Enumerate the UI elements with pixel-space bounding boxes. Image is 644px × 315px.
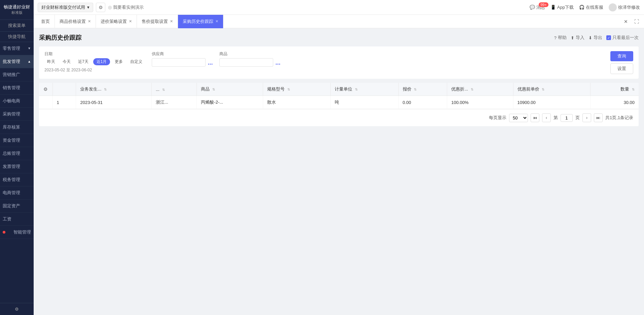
sort-icon[interactable]: ⇅ — [162, 88, 165, 92]
sidebar-item-marketing[interactable]: 营销推广 — [0, 68, 34, 81]
sidebar-item-inventory[interactable]: 库存核算 — [0, 121, 34, 134]
date-btn-1month[interactable]: 近1月 — [93, 58, 110, 65]
sort-icon[interactable]: ⇅ — [212, 88, 215, 91]
data-table-wrap: ⚙ 业务发生... ⇅ ... ⇅ 商品 ⇅ — [39, 83, 639, 126]
sort-icon[interactable]: ⇅ — [287, 88, 290, 91]
tab-home[interactable]: 首页 — [36, 15, 55, 28]
page-label-prefix: 第 — [553, 115, 558, 121]
chevron-down-icon: ▾ — [87, 5, 90, 10]
sidebar-item-quicknav[interactable]: 快捷导航 — [0, 32, 34, 42]
product-selector[interactable]: 好业财标准版交付试用 ▾ — [38, 3, 93, 12]
tab-product-price[interactable]: 商品价格设置 ✕ — [55, 15, 96, 28]
sidebar-settings-btn[interactable]: ⚙ — [0, 303, 34, 315]
only-last-checkbox[interactable]: ✓ 只看最后一次 — [606, 35, 639, 41]
product-settings-btn[interactable]: ⚙ — [96, 3, 105, 12]
th-discount: 优惠折... ⇅ — [447, 83, 513, 96]
messages-btn[interactable]: 💬 消息 99+ — [530, 4, 545, 10]
first-page-btn[interactable]: ⏮ — [531, 113, 539, 122]
sidebar-item-tax[interactable]: 税务管理 — [0, 173, 34, 186]
import-btn[interactable]: ⬆ 导入 — [571, 35, 584, 41]
page-number-input[interactable] — [561, 114, 573, 122]
sidebar-item-invoice[interactable]: 发票管理 — [0, 160, 34, 173]
sidebar-item-retail[interactable]: 零售管理 ▼ — [0, 42, 34, 55]
product-more-btn[interactable]: ... — [275, 60, 280, 66]
sort-icon[interactable]: ⇅ — [414, 88, 417, 91]
th-unit: 计量单位 ⇅ — [331, 83, 398, 96]
date-btn-7days[interactable]: 近7天 — [75, 58, 91, 65]
sidebar-item-ecommerce[interactable]: 电商管理 — [0, 186, 34, 200]
sidebar-item-payroll[interactable]: 工资 — [0, 213, 34, 226]
tabs-controls: ✕ ⛶ — [621, 17, 644, 26]
close-icon[interactable]: ✕ — [170, 19, 173, 24]
sidebar-item-ledger[interactable]: 总账管理 — [0, 147, 34, 160]
th-extra: ... ⇅ — [152, 83, 197, 96]
product-input[interactable] — [219, 58, 273, 67]
tab-purchase-history-price[interactable]: 采购历史价跟踪 ✕ — [178, 15, 223, 28]
sort-icon[interactable]: ⇅ — [104, 88, 107, 91]
table-row: 1 2023-05-31 浙江... 丙烯酸-2-... 散水 吨 0.00 1… — [39, 96, 639, 109]
sidebar-item-purchase[interactable]: 采购管理 — [0, 108, 34, 121]
date-btn-custom[interactable]: 自定义 — [128, 58, 145, 65]
page-header: 采购历史价跟踪 ? 帮助 ⬆ 导入 ⬇ 导出 ✓ 只看最后一次 — [39, 34, 639, 42]
page-label-suffix: 页 — [575, 115, 580, 121]
th-price: 报价 ⇅ — [398, 83, 447, 96]
sort-icon[interactable]: ⇅ — [471, 88, 473, 91]
date-btn-yesterday[interactable]: 昨天 — [44, 58, 58, 65]
close-icon[interactable]: ✕ — [88, 19, 91, 24]
demo-link[interactable]: ◎ 我要看实例演示 — [108, 4, 144, 10]
import-icon: ⬆ — [571, 35, 574, 40]
question-icon: ? — [554, 35, 557, 40]
sidebar-item-ecommerce-small[interactable]: 小畅电商 — [0, 95, 34, 108]
user-profile-btn[interactable]: 徐泽华修改 — [609, 3, 640, 11]
data-table: ⚙ 业务发生... ⇅ ... ⇅ 商品 ⇅ — [39, 83, 639, 109]
play-icon: ◎ — [108, 5, 112, 10]
main-area: 好业财标准版交付试用 ▾ ⚙ ◎ 我要看实例演示 💬 消息 99+ 📱 App下… — [34, 0, 644, 315]
maximize-tab-btn[interactable]: ⛶ — [632, 17, 641, 26]
supplier-filter-label: 供应商 — [152, 51, 213, 57]
product-filter-group: 商品 ... — [219, 51, 280, 67]
supplier-more-btn[interactable]: ... — [208, 60, 213, 66]
settings-btn[interactable]: 设置 — [610, 63, 633, 74]
prev-page-btn[interactable]: ‹ — [542, 113, 551, 122]
table-header-row: ⚙ 业务发生... ⇅ ... ⇅ 商品 ⇅ — [39, 83, 639, 96]
product-filter-label: 商品 — [219, 51, 280, 57]
next-page-btn[interactable]: › — [582, 113, 591, 122]
column-settings-icon[interactable]: ⚙ — [43, 86, 48, 92]
sidebar-item-search[interactable]: 搜索菜单 — [0, 20, 34, 32]
online-service-btn[interactable]: 🎧 在线客服 — [579, 4, 603, 10]
messages-badge: 99+ — [539, 2, 548, 7]
date-btn-more[interactable]: 更多 — [112, 58, 126, 65]
tab-price-extract[interactable]: 售价提取设置 ✕ — [137, 15, 178, 28]
date-btn-today[interactable]: 今天 — [60, 58, 73, 65]
query-btn[interactable]: 查询 — [610, 51, 633, 61]
td-discount: 100.00% — [447, 96, 513, 109]
sidebar-item-smart[interactable]: 智能管理 — [0, 226, 34, 239]
td-quantity: 30.00 — [590, 96, 639, 109]
page-size-select[interactable]: 50 10 20 100 — [509, 114, 528, 122]
sort-icon[interactable]: ⇅ — [355, 88, 358, 91]
sidebar-item-sales[interactable]: 销售管理 — [0, 81, 34, 95]
help-btn[interactable]: ? 帮助 — [554, 35, 567, 41]
date-filter-label: 日期 — [44, 51, 145, 57]
app-download-btn[interactable]: 📱 App下载 — [550, 4, 574, 10]
close-icon[interactable]: ✕ — [215, 19, 218, 24]
td-index: 1 — [52, 96, 76, 109]
sort-icon[interactable]: ⇅ — [542, 88, 544, 91]
close-icon[interactable]: ✕ — [129, 19, 132, 24]
pagination: 每页显示 50 10 20 100 ⏮ ‹ 第 页 › ⏭ 共1页,1条记录 — [39, 109, 639, 126]
sidebar-item-fixed-assets[interactable]: 固定资产 — [0, 200, 34, 213]
th-pre-discount-price: 优惠前单价 ⇅ — [513, 83, 590, 96]
supplier-input[interactable] — [152, 58, 206, 67]
page-title: 采购历史价跟踪 — [39, 34, 81, 42]
filter-bar: 日期 昨天 今天 近7天 近1月 更多 自定义 2023-05-02 至 202… — [39, 46, 639, 79]
sidebar-item-finance[interactable]: 资金管理 — [0, 134, 34, 147]
th-index — [52, 83, 76, 96]
sort-icon[interactable]: ⇅ — [632, 88, 635, 91]
tab-purchase-strategy[interactable]: 进价策略设置 ✕ — [96, 15, 137, 28]
sidebar-item-wholesale[interactable]: 批发管理 ▲ — [0, 55, 34, 68]
td-date: 2023-05-31 — [76, 96, 152, 109]
close-tab-btn[interactable]: ✕ — [621, 17, 631, 26]
topbar-right: 💬 消息 99+ 📱 App下载 🎧 在线客服 徐泽华修改 — [530, 3, 640, 11]
last-page-btn[interactable]: ⏭ — [594, 113, 603, 122]
export-btn[interactable]: ⬇ 导出 — [588, 35, 602, 41]
